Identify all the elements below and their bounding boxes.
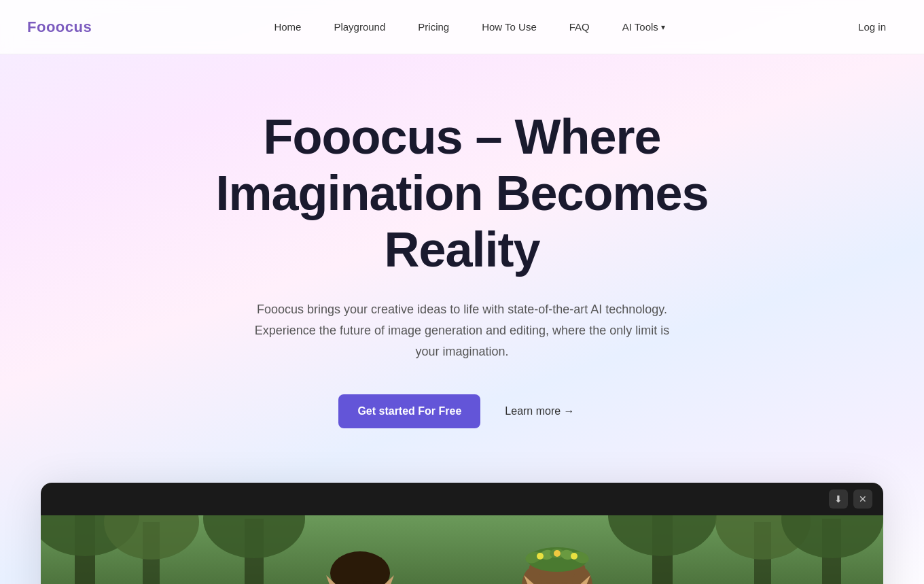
download-icon: ⬇ <box>834 494 842 504</box>
nav-faq[interactable]: FAQ <box>553 16 606 38</box>
demo-window-bar: ⬇ ✕ <box>41 483 883 515</box>
learn-more-button[interactable]: Learn more → <box>494 394 585 428</box>
nav-how-to-use[interactable]: How To Use <box>465 16 553 38</box>
nav-home[interactable]: Home <box>257 16 317 38</box>
main-nav: Home Playground Pricing How To Use FAQ A… <box>257 16 681 38</box>
demo-scene-image <box>41 515 883 584</box>
chevron-down-icon: ▾ <box>661 22 665 32</box>
logo[interactable]: Fooocus <box>27 18 92 36</box>
svg-point-34 <box>554 550 561 557</box>
svg-point-33 <box>537 553 544 560</box>
demo-section: ⬇ ✕ <box>0 483 924 584</box>
header-right: Log in <box>847 16 897 38</box>
get-started-button[interactable]: Get started For Free <box>338 394 480 428</box>
demo-close-button[interactable]: ✕ <box>853 489 872 509</box>
nav-ai-tools[interactable]: AI Tools ▾ <box>606 16 681 38</box>
login-button[interactable]: Log in <box>847 16 897 38</box>
demo-download-button[interactable]: ⬇ <box>829 489 848 509</box>
hero-section: Fooocus – Where Imagination Becomes Real… <box>0 0 924 584</box>
hero-buttons: Get started For Free Learn more → <box>183 394 741 428</box>
nav-ai-tools-label: AI Tools <box>622 21 658 33</box>
nav-pricing[interactable]: Pricing <box>402 16 465 38</box>
hero-subtitle: Fooocus brings your creative ideas to li… <box>245 299 679 362</box>
demo-image-area <box>41 515 883 584</box>
hero-title: Fooocus – Where Imagination Becomes Real… <box>183 109 741 277</box>
close-icon: ✕ <box>859 494 867 504</box>
nav-playground[interactable]: Playground <box>317 16 402 38</box>
demo-window: ⬇ ✕ <box>41 483 883 584</box>
hero-content: Fooocus – Where Imagination Becomes Real… <box>156 54 768 469</box>
site-header: Fooocus Home Playground Pricing How To U… <box>0 0 924 54</box>
svg-point-35 <box>571 553 578 560</box>
